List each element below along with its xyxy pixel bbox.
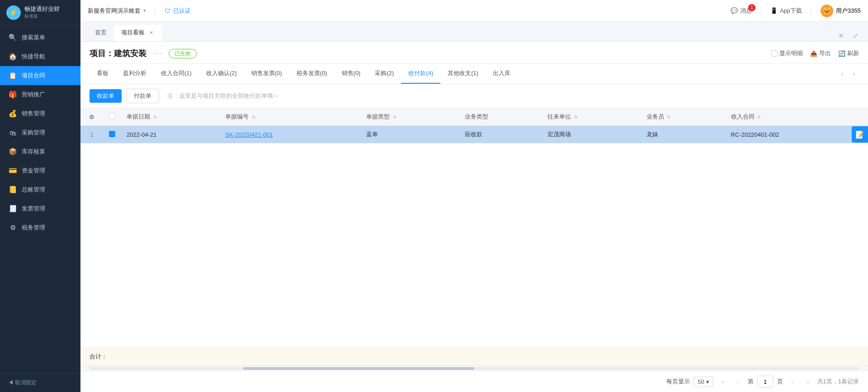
quick-edit-icon: 📝 [855,130,864,139]
subtab-other-expense[interactable]: 其他收支(1) [440,64,486,84]
user-menu[interactable]: 🐱 用户3355 [821,5,861,17]
gear-icon[interactable]: ⚙ [89,114,94,120]
subtab-revenue-confirm[interactable]: 收入确认(2) [199,64,244,84]
document-number-link[interactable]: SK-20220421-001 [225,131,273,138]
sidebar-item-label-marketing: 营销推广 [22,91,45,99]
subtab-sales[interactable]: 销售(0) [335,64,368,84]
maximize-window-button[interactable]: ⤢ [850,30,861,41]
scrollbar-track[interactable] [90,367,859,370]
sidebar-item-invoice-mgmt[interactable]: 🧾 发票管理 [0,199,80,218]
messages-button[interactable]: 💬 消息 1 [731,7,752,15]
quick-edit-panel[interactable]: 📝 [852,126,868,143]
sidebar-item-label-inventory: 库存核算 [22,148,45,156]
page-size-dropdown-icon[interactable]: ▾ [706,378,709,385]
subtab-profit-analysis[interactable]: 盈利分析 [116,64,154,84]
page-prev-button[interactable]: ‹ [732,376,744,387]
row-checkbox[interactable] [109,131,115,137]
app-download-button[interactable]: 📱 App下载 [770,7,802,15]
sidebar-item-search[interactable]: 🔍 搜索菜单 [0,28,80,47]
purchase-mgmt-icon: 🛍 [8,128,17,137]
sort-number-icon[interactable]: ⇅ [252,115,255,120]
subtab-kanban[interactable]: 看板 [90,64,116,84]
sidebar-item-sales-mgmt[interactable]: 💰 销售管理 [0,104,80,123]
tax-mgmt-icon: ⚙ [8,223,17,232]
th-date[interactable]: 单据日期 ⇅ [121,108,220,126]
tab-project-board[interactable]: 项目看板 ✕ [114,25,162,41]
sub-tabs-nav: ‹ › [837,69,859,79]
subtab-payment-receipt[interactable]: 收付款(4) [401,64,440,84]
refresh-action[interactable]: 🔄 刷新 [838,49,859,57]
subtab-tax-invoice[interactable]: 税务发票(0) [289,64,335,84]
topbar-project[interactable]: 新服务官网演示账套 ▾ [88,7,146,15]
topbar-divider3 [811,5,811,16]
project-name: 建筑安装 [114,49,146,58]
table-row[interactable]: 1 2022-04-21 SK-20220421-001 蓝单 应收款 宏茂商场… [80,126,868,143]
export-action[interactable]: 📤 导出 [810,49,831,57]
sidebar-item-tax-mgmt[interactable]: ⚙ 税务管理 [0,218,80,237]
sidebar-item-quick-nav[interactable]: 🏠 快捷导航 [0,47,80,66]
sub-tabs-next-icon[interactable]: › [849,69,859,79]
sidebar-item-capital-mgmt[interactable]: 💳 资金管理 [0,161,80,180]
content-area: 项目：建筑安装 ··· 已生效 显示明细 📤 导出 🔄 刷新 [80,42,868,392]
th-gear[interactable]: ⚙ [80,108,103,126]
td-salesperson: 龙妹 [641,126,726,143]
close-tab-icon[interactable]: ✕ [147,29,155,36]
th-income-contract[interactable]: 收入合同 ⇅ [726,108,868,126]
topbar-dropdown-icon[interactable]: ▾ [143,8,146,14]
close-window-button[interactable]: ✕ [835,30,846,41]
sort-date-icon[interactable]: ⇅ [153,115,157,120]
sort-type-icon[interactable]: ⇅ [393,115,396,120]
subtab-revenue-contract[interactable]: 收入合同(1) [154,64,199,84]
payment-tab-button[interactable]: 付款单 [126,89,159,103]
th-salesperson[interactable]: 业务员 ⇅ [641,108,726,126]
page-suffix: 页 [777,378,783,386]
subtab-sales-invoice[interactable]: 销售发票(0) [244,64,289,84]
page-next-button[interactable]: › [787,376,798,387]
th-biz-type-label: 业务类型 [465,113,488,120]
th-biz-type: 业务类型 [459,108,542,126]
table-scrollbar[interactable] [80,365,868,371]
td-number[interactable]: SK-20220421-001 [220,126,361,143]
sort-salesperson-icon[interactable]: ⇅ [667,115,670,120]
inventory-icon: 📦 [8,147,17,156]
sidebar-unpin[interactable]: ◀ 取消固定 [0,373,80,392]
sidebar-item-ledger-mgmt[interactable]: 📒 总账管理 [0,180,80,199]
td-checkbox[interactable] [103,126,121,143]
project-prefix: 项目： [90,49,114,58]
total-label: 合计： [90,353,107,360]
sidebar-item-label-purchase-mgmt: 采购管理 [22,129,45,137]
sidebar-item-project-contract[interactable]: 📋 项目合同 [0,66,80,85]
sidebar-item-inventory[interactable]: 📦 库存核算 [0,142,80,161]
th-checkbox[interactable] [103,108,121,126]
sidebar-item-marketing[interactable]: 🎁 营销推广 [0,85,80,104]
select-all-checkbox[interactable] [109,113,115,120]
data-table: ⚙ 单据日期 ⇅ 单据编号 ⇅ [80,108,868,143]
tab-home-label: 首页 [95,29,107,37]
project-contract-icon: 📋 [8,71,17,80]
show-detail-checkbox[interactable] [771,50,778,57]
tab-home[interactable]: 首页 [88,25,114,41]
th-type[interactable]: 单据类型 ⇅ [361,108,459,126]
subtab-in-out[interactable]: 出入库 [486,64,518,84]
project-more-icon[interactable]: ··· [154,49,162,57]
th-number-label: 单据编号 [225,113,249,120]
th-number[interactable]: 单据编号 ⇅ [220,108,361,126]
page-last-button[interactable]: » [802,376,814,387]
th-income-contract-label: 收入合同 [731,113,755,120]
subtab-purchase[interactable]: 采购(2) [368,64,401,84]
page-first-button[interactable]: « [717,376,729,387]
page-number-input[interactable] [757,376,774,387]
sidebar-item-label-sales-mgmt: 销售管理 [22,110,45,118]
sidebar-item-purchase-mgmt[interactable]: 🛍 采购管理 [0,123,80,142]
show-detail-action[interactable]: 显示明细 [771,49,803,57]
td-partner: 宏茂商场 [542,126,641,143]
sort-contract-icon[interactable]: ⇅ [757,115,761,120]
message-icon: 💬 [731,7,738,14]
scrollbar-thumb[interactable] [243,367,474,370]
page-size-select[interactable]: 50 ▾ [693,377,713,387]
sub-tabs-prev-icon[interactable]: ‹ [837,69,847,79]
receipt-tab-button[interactable]: 收款单 [90,89,122,103]
sidebar-item-label-capital-mgmt: 资金管理 [22,167,45,175]
sort-partner-icon[interactable]: ⇅ [574,115,578,120]
th-partner[interactable]: 往来单位 ⇅ [542,108,641,126]
